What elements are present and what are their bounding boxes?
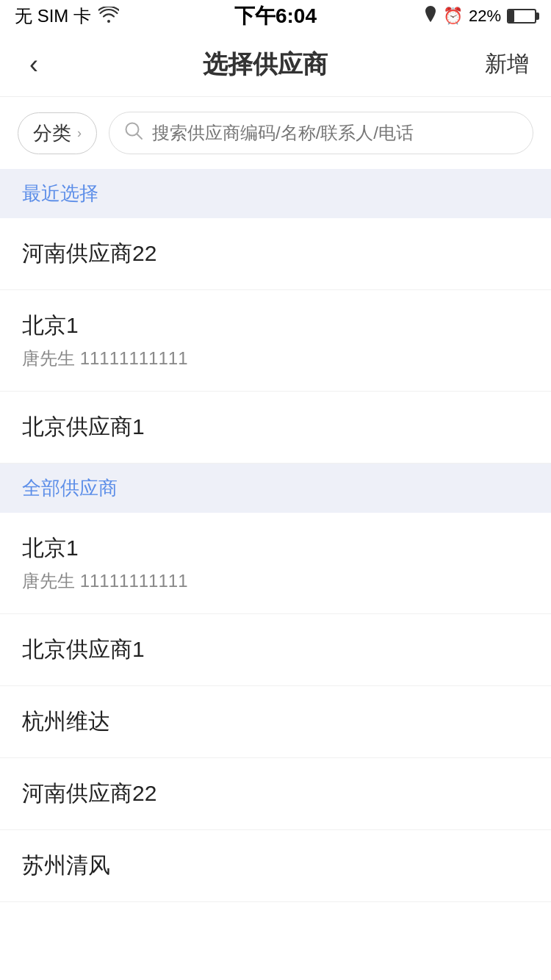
nav-bar: ‹ 选择供应商 新增: [0, 32, 551, 97]
battery-icon: [507, 9, 536, 24]
carrier-text: 无 SIM 卡: [15, 4, 91, 28]
page-title: 选择供应商: [203, 48, 328, 82]
list-item[interactable]: 河南供应商22: [0, 218, 551, 290]
item-name: 苏州清风: [22, 851, 529, 881]
wifi-icon: [98, 7, 119, 26]
item-name: 北京供应商1: [22, 635, 529, 665]
battery-percent: 22%: [469, 7, 501, 26]
item-sub: 唐先生 11111111111: [22, 569, 529, 593]
svg-line-1: [137, 134, 143, 140]
chevron-right-icon: ›: [77, 126, 82, 141]
all-section-header: 全部供应商: [0, 464, 551, 513]
search-box[interactable]: [109, 112, 533, 154]
status-right: ⏰ 22%: [424, 6, 536, 26]
item-sub: 唐先生 11111111111: [22, 347, 529, 370]
all-section-label: 全部供应商: [22, 477, 118, 499]
item-name: 杭州维达: [22, 707, 529, 737]
list-item[interactable]: 北京供应商1: [0, 614, 551, 686]
search-icon: [124, 121, 143, 145]
list-item[interactable]: 苏州清风: [0, 830, 551, 902]
status-left: 无 SIM 卡: [15, 4, 119, 28]
recent-section-label: 最近选择: [22, 182, 98, 204]
list-item[interactable]: 北京1 唐先生 11111111111: [0, 290, 551, 392]
list-item[interactable]: 北京供应商1: [0, 392, 551, 464]
alarm-icon: ⏰: [443, 7, 463, 26]
search-input[interactable]: [152, 123, 518, 143]
location-icon: [424, 6, 437, 26]
item-name: 北京供应商1: [22, 412, 529, 442]
all-items-list: 北京1 唐先生 11111111111 北京供应商1 杭州维达 河南供应商22 …: [0, 513, 551, 902]
recent-section-header: 最近选择: [0, 169, 551, 218]
back-button[interactable]: ‹: [22, 42, 46, 87]
recent-items-list: 河南供应商22 北京1 唐先生 11111111111 北京供应商1: [0, 218, 551, 464]
list-item[interactable]: 河南供应商22: [0, 758, 551, 830]
filter-bar: 分类 ›: [0, 97, 551, 169]
category-button[interactable]: 分类 ›: [18, 112, 97, 154]
category-label: 分类: [33, 120, 71, 146]
list-item[interactable]: 北京1 唐先生 11111111111: [0, 513, 551, 614]
status-time: 下午6:04: [234, 2, 317, 30]
item-name: 北京1: [22, 533, 529, 563]
add-button[interactable]: 新增: [485, 49, 529, 79]
item-name: 河南供应商22: [22, 779, 529, 809]
item-name: 北京1: [22, 311, 529, 341]
item-name: 河南供应商22: [22, 239, 529, 269]
list-item[interactable]: 杭州维达: [0, 686, 551, 758]
status-bar: 无 SIM 卡 下午6:04 ⏰ 22%: [0, 0, 551, 32]
